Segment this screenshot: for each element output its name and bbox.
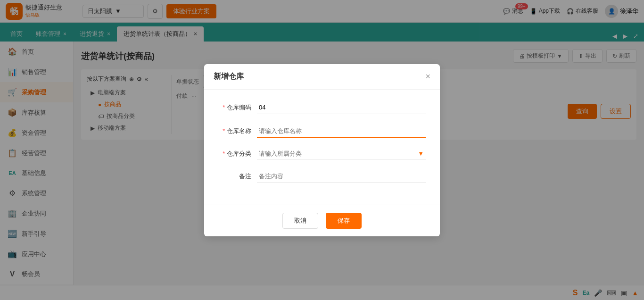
warehouse-category-select[interactable]: ▼	[257, 148, 426, 159]
modal-close-icon[interactable]: ×	[425, 72, 430, 82]
form-item-name: 仓库名称	[218, 125, 426, 138]
modal-overlay[interactable]: 新增仓库 × 仓库编码 仓库名称 仓库分类 ▼	[0, 0, 644, 300]
warehouse-category-label: 仓库分类	[218, 150, 251, 158]
warehouse-code-label: 仓库编码	[218, 103, 251, 112]
remark-input[interactable]	[257, 170, 426, 183]
dropdown-arrow-icon: ▼	[418, 150, 424, 157]
remark-label: 备注	[218, 172, 251, 181]
modal-footer: 取消 保存	[204, 205, 440, 236]
modal-body: 仓库编码 仓库名称 仓库分类 ▼ 备注	[204, 90, 440, 205]
cancel-button[interactable]: 取消	[282, 213, 318, 229]
save-button[interactable]: 保存	[326, 213, 362, 229]
warehouse-category-input[interactable]	[259, 150, 418, 157]
warehouse-code-input[interactable]	[257, 101, 426, 114]
modal-title: 新增仓库	[214, 72, 244, 82]
modal-header: 新增仓库 ×	[204, 64, 440, 90]
form-item-code: 仓库编码	[218, 101, 426, 114]
warehouse-name-input[interactable]	[257, 125, 426, 138]
form-item-remark: 备注	[218, 170, 426, 183]
form-item-category: 仓库分类 ▼	[218, 148, 426, 159]
modal: 新增仓库 × 仓库编码 仓库名称 仓库分类 ▼	[204, 64, 440, 236]
warehouse-name-label: 仓库名称	[218, 127, 251, 135]
